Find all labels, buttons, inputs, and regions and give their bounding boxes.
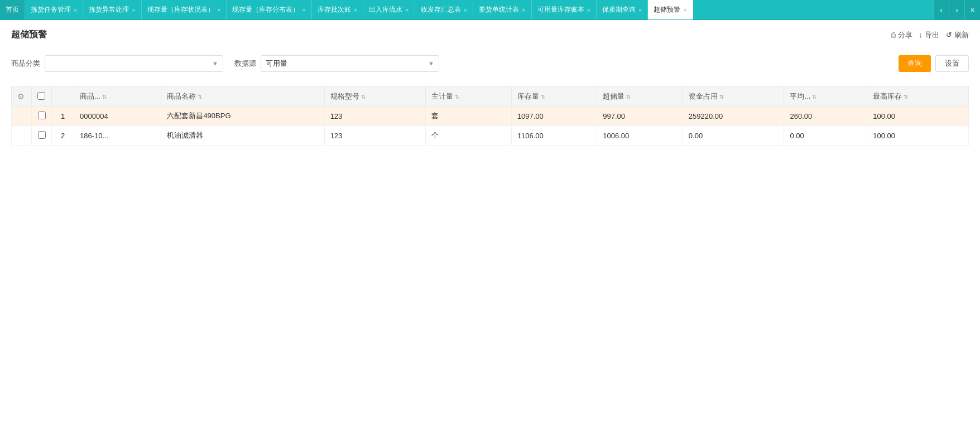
datasource-dropdown-icon: ▼: [428, 60, 434, 67]
sort-icon-overstock: ⇅: [626, 94, 631, 100]
row-overstock-0: 997.00: [597, 106, 683, 126]
select-all-checkbox[interactable]: [37, 92, 45, 100]
row-avg-1: 0.00: [784, 126, 867, 146]
tab-inventory-status-close[interactable]: ×: [217, 7, 220, 13]
row-gear-1: [12, 126, 32, 146]
tab-inventory-status-label: 现存量（库存状况表）: [147, 5, 214, 14]
th-row-num: [52, 87, 74, 106]
column-settings-icon[interactable]: ⚙: [17, 92, 25, 101]
settings-button[interactable]: 设置: [935, 55, 969, 72]
row-stock-0: 1097.00: [511, 106, 597, 126]
table-header: ⚙ 商品... ⇅ 商品名称 ⇅: [12, 87, 969, 106]
table-body: 1 0000004 六配套新昌490BPG 123 套 1097.00 997.…: [12, 106, 969, 146]
tab-batch-account-label: 库存批次账: [318, 5, 351, 14]
tab-order-stat-close[interactable]: ×: [522, 7, 525, 13]
filter-row: 商品分类 ▼ 数据源 可用量 ▼ 查询 设置: [11, 50, 969, 77]
th-capital-label: 资金占用: [689, 91, 718, 101]
filter-action-buttons: 查询 设置: [899, 55, 969, 72]
tab-overstock-warning-close[interactable]: ×: [683, 7, 686, 13]
query-button[interactable]: 查询: [899, 55, 931, 72]
tab-available-account-label: 可用量库存账本: [537, 5, 584, 14]
share-icon: ⎙: [891, 31, 896, 39]
tab-overstock-warning[interactable]: 超储预警 ×: [648, 0, 693, 20]
tab-task-mgmt[interactable]: 拣货任务管理 ×: [25, 0, 83, 20]
th-unit[interactable]: 主计量 ⇅: [426, 87, 512, 106]
th-product-name[interactable]: 商品名称 ⇅: [161, 87, 324, 106]
th-product-name-label: 商品名称: [167, 91, 196, 101]
refresh-button[interactable]: ↺ 刷新: [946, 30, 969, 40]
sort-icon-product-name: ⇅: [198, 94, 202, 100]
sort-icon-unit: ⇅: [455, 94, 459, 100]
tab-available-account-close[interactable]: ×: [587, 7, 590, 13]
tab-order-stat-label: 要货单统计表: [479, 5, 519, 14]
row-overstock-1: 1006.00: [597, 126, 683, 146]
export-button[interactable]: ↓ 导出: [919, 30, 940, 40]
th-avg[interactable]: 平均... ⇅: [784, 87, 867, 106]
share-label: 分享: [898, 30, 912, 40]
tab-overstock-warning-label: 超储预警: [654, 5, 680, 14]
th-spec[interactable]: 规格型号 ⇅: [324, 87, 426, 106]
row-product-code-1: 186-10...: [74, 126, 161, 146]
tab-inventory-dist-close[interactable]: ×: [302, 7, 305, 13]
row-unit-1: 个: [426, 126, 512, 146]
row-max-stock-0: 100.00: [867, 106, 969, 126]
tab-home-label: 首页: [6, 5, 19, 14]
th-max-stock[interactable]: 最高库存 ⇅: [867, 87, 969, 106]
row-select-0[interactable]: [38, 112, 46, 119]
nav-arrow-left[interactable]: ‹: [933, 0, 949, 20]
row-num-0: 1: [52, 106, 74, 126]
share-button[interactable]: ⎙ 分享: [891, 30, 912, 40]
th-capital[interactable]: 资金占用 ⇅: [683, 87, 784, 106]
row-avg-0: 260.00: [784, 106, 867, 126]
tab-recv-send[interactable]: 收发存汇总表 ×: [415, 0, 473, 20]
tab-quality-check-label: 保质期查询: [602, 5, 636, 14]
th-stock[interactable]: 库存量 ⇅: [511, 87, 597, 106]
tab-abnormal[interactable]: 拣货异常处理 ×: [83, 0, 141, 20]
export-label: 导出: [925, 30, 939, 40]
tab-recv-send-label: 收发存汇总表: [421, 5, 461, 14]
tab-inout-flow[interactable]: 出入库流水 ×: [363, 0, 415, 20]
tab-home[interactable]: 首页: [0, 0, 25, 20]
tab-abnormal-label: 拣货异常处理: [89, 5, 129, 14]
th-stock-label: 库存量: [517, 91, 539, 101]
th-overstock-label: 超储量: [603, 91, 624, 101]
row-select-1[interactable]: [38, 131, 46, 139]
datasource-label: 数据源: [234, 59, 256, 69]
datasource-select-value: 可用量: [266, 59, 428, 69]
tab-inventory-dist-label: 现存量（库存分布表）: [232, 5, 299, 14]
tab-quality-check[interactable]: 保质期查询 ×: [597, 0, 648, 20]
row-checkbox-0[interactable]: [32, 106, 52, 126]
tab-available-account[interactable]: 可用量库存账本 ×: [532, 0, 597, 20]
sort-icon-product-code: ⇅: [102, 94, 107, 100]
tab-abnormal-close[interactable]: ×: [132, 7, 135, 13]
tab-inventory-dist[interactable]: 现存量（库存分布表） ×: [227, 0, 311, 20]
tab-batch-account-close[interactable]: ×: [354, 7, 357, 13]
sort-icon-avg: ⇅: [812, 94, 816, 100]
tab-task-mgmt-close[interactable]: ×: [74, 7, 77, 13]
tab-inventory-status[interactable]: 现存量（库存状况表） ×: [142, 0, 227, 20]
refresh-icon: ↺: [946, 31, 952, 39]
row-checkbox-1[interactable]: [32, 126, 52, 146]
page-header: 超储预警 ⎙ 分享 ↓ 导出 ↺ 刷新: [11, 29, 969, 41]
tab-recv-send-close[interactable]: ×: [464, 7, 467, 13]
tab-task-mgmt-label: 拣货任务管理: [31, 5, 71, 14]
nav-arrow-right[interactable]: ›: [949, 0, 964, 20]
th-overstock[interactable]: 超储量 ⇅: [597, 87, 683, 106]
nav-arrow-close[interactable]: ×: [964, 0, 980, 20]
tab-quality-check-close[interactable]: ×: [638, 7, 642, 13]
th-gear: ⚙: [12, 87, 32, 106]
row-gear-0: [12, 106, 32, 126]
datasource-filter: 数据源 可用量 ▼: [234, 55, 439, 72]
datasource-select[interactable]: 可用量 ▼: [261, 55, 439, 72]
category-select[interactable]: ▼: [45, 55, 223, 72]
tab-order-stat[interactable]: 要货单统计表 ×: [473, 0, 531, 20]
data-table: ⚙ 商品... ⇅ 商品名称 ⇅: [11, 86, 969, 146]
tab-inout-flow-close[interactable]: ×: [405, 7, 409, 13]
row-capital-0: 259220.00: [683, 106, 784, 126]
tab-batch-account[interactable]: 库存批次账 ×: [312, 0, 363, 20]
th-product-code[interactable]: 商品... ⇅: [74, 87, 161, 106]
th-unit-label: 主计量: [431, 91, 453, 101]
row-spec-1: 123: [324, 126, 426, 146]
th-max-stock-label: 最高库存: [873, 91, 902, 101]
th-spec-label: 规格型号: [330, 91, 359, 101]
